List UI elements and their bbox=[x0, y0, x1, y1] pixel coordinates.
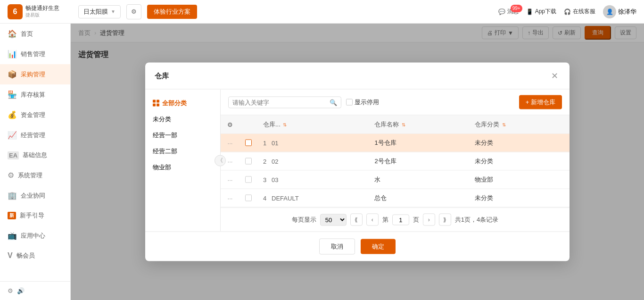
category-item-ops1[interactable]: 经营一部 bbox=[145, 127, 220, 143]
add-warehouse-button[interactable]: + 新增仓库 bbox=[519, 95, 562, 109]
message-item[interactable]: 💬 消息 99+ bbox=[498, 8, 519, 16]
confirm-button[interactable]: 确定 bbox=[361, 239, 396, 254]
category-collapse-button[interactable]: 《 bbox=[215, 155, 226, 166]
home-icon: 🏠 bbox=[8, 29, 17, 38]
page-suffix: 页 bbox=[413, 216, 419, 224]
sidebar-item-purchase[interactable]: 📦 采购管理 bbox=[0, 64, 70, 84]
row-checkbox[interactable] bbox=[245, 140, 252, 146]
search-icon[interactable]: 🔍 bbox=[330, 99, 337, 106]
online-service-label: 在线客服 bbox=[573, 8, 595, 16]
page-last-button[interactable]: ⟫ bbox=[439, 214, 451, 226]
sidebar-item-system[interactable]: ⚙ 系统管理 bbox=[0, 165, 70, 185]
sidebar-item-guide[interactable]: 新 新手引导 bbox=[0, 206, 70, 225]
cancel-button[interactable]: 取消 bbox=[319, 239, 355, 255]
app-name: 畅捷通好生意 bbox=[25, 5, 59, 12]
sidebar-item-finance[interactable]: 💰 资金管理 bbox=[0, 105, 70, 125]
three-dots-icon[interactable]: ··· bbox=[228, 176, 233, 183]
col-gear: ⚙ bbox=[221, 116, 239, 134]
sort-icon-name: ⇅ bbox=[402, 122, 405, 127]
online-service-item[interactable]: 🎧 在线客服 bbox=[564, 8, 595, 16]
sidebar-item-base[interactable]: EA 基础信息 bbox=[0, 145, 70, 165]
category-all-item[interactable]: 全部分类 bbox=[145, 95, 220, 111]
settings-bottom-icon[interactable]: ⚙ bbox=[8, 287, 13, 294]
message-badge: 99+ bbox=[511, 5, 522, 12]
sidebar-item-enterprise[interactable]: 🏢 企业协同 bbox=[0, 185, 70, 206]
table-row[interactable]: ··· 1 01 1号仓库 未分类 bbox=[221, 133, 570, 152]
col-code: 仓库... ⇅ bbox=[257, 116, 369, 134]
row-dots[interactable]: ··· bbox=[221, 189, 239, 207]
base-icon: EA bbox=[8, 151, 19, 159]
sidebar-label-enterprise: 企业协同 bbox=[21, 192, 45, 200]
page-next-button[interactable]: › bbox=[423, 214, 435, 226]
row-dots[interactable]: ··· bbox=[221, 170, 239, 189]
user-avatar-area[interactable]: 👤 徐泽华 bbox=[603, 5, 636, 18]
per-page-select[interactable]: 50 20 100 bbox=[320, 214, 347, 225]
sidebar-item-member[interactable]: V 畅会员 bbox=[0, 246, 70, 266]
show-disabled-checkbox[interactable] bbox=[346, 99, 353, 106]
row-warehouse-category: 未分类 bbox=[469, 189, 570, 207]
row-num: 3 03 bbox=[257, 170, 369, 189]
sidebar-item-inventory[interactable]: 🏪 库存核算 bbox=[0, 84, 70, 105]
logo-area: 6 畅捷通好生意 捷易版 bbox=[8, 4, 78, 19]
sidebar-label-inventory: 库存核算 bbox=[21, 91, 45, 99]
modal-body: 全部分类 未分类 经营一部 经营二部 物业部 《 bbox=[145, 90, 570, 232]
category-item-none[interactable]: 未分类 bbox=[145, 111, 220, 127]
category-item-ops2[interactable]: 经营二部 bbox=[145, 143, 220, 159]
speaker-icon[interactable]: 🔊 bbox=[17, 287, 25, 294]
sidebar-label-home: 首页 bbox=[21, 30, 33, 38]
row-dots[interactable]: ··· bbox=[221, 133, 239, 152]
store-name: 日太阳膜 bbox=[83, 8, 108, 16]
settings-icon[interactable]: ⚙ bbox=[126, 4, 141, 19]
row-num: 4 DEFAULT bbox=[257, 189, 369, 207]
col-category-label: 仓库分类 bbox=[475, 121, 499, 128]
page-first-button[interactable]: ⟪ bbox=[350, 214, 363, 226]
col-category: 仓库分类 ⇅ bbox=[469, 116, 570, 134]
sort-icon-category: ⇅ bbox=[502, 122, 506, 127]
category-label-ops1: 经营一部 bbox=[153, 131, 177, 140]
sidebar-item-sales[interactable]: 📊 销售管理 bbox=[0, 44, 70, 64]
sidebar-label-base: 基础信息 bbox=[23, 151, 47, 159]
sidebar-label-sales: 销售管理 bbox=[21, 50, 45, 58]
category-all-label: 全部分类 bbox=[162, 99, 187, 108]
row-checkbox[interactable] bbox=[245, 158, 252, 165]
operations-icon: 📈 bbox=[8, 131, 17, 140]
col-check bbox=[239, 116, 257, 134]
store-selector[interactable]: 日太阳膜 ▼ bbox=[78, 5, 121, 18]
three-dots-icon[interactable]: ··· bbox=[228, 194, 233, 201]
app-download-item[interactable]: 📱 App下载 bbox=[526, 8, 556, 16]
content-panel: 🔍 显示停用 + 新增仓库 ⚙ bbox=[221, 90, 570, 232]
three-dots-icon[interactable]: ··· bbox=[228, 139, 233, 146]
row-num: 1 01 bbox=[257, 133, 369, 152]
sales-icon: 📊 bbox=[8, 50, 17, 58]
sidebar-label-operations: 经营管理 bbox=[21, 131, 45, 140]
sidebar-item-home[interactable]: 🏠 首页 bbox=[0, 24, 70, 44]
row-checkbox-cell bbox=[239, 170, 257, 189]
grid-icon bbox=[153, 100, 159, 107]
sidebar-label-finance: 资金管理 bbox=[21, 111, 45, 119]
top-header: 6 畅捷通好生意 捷易版 日太阳膜 ▼ ⚙ 体验行业方案 💬 消息 99+ 📱 … bbox=[0, 0, 644, 24]
trial-button[interactable]: 体验行业方案 bbox=[147, 5, 197, 19]
sidebar-label-appcenter: 应用中心 bbox=[21, 232, 45, 240]
message-icon: 💬 bbox=[498, 8, 505, 15]
table-row[interactable]: ··· 4 DEFAULT 总仓 未分类 bbox=[221, 189, 570, 207]
row-checkbox[interactable] bbox=[245, 176, 252, 183]
page-prev-button[interactable]: ‹ bbox=[366, 214, 379, 226]
row-warehouse-name: 水 bbox=[369, 170, 469, 189]
system-icon: ⚙ bbox=[8, 171, 14, 180]
row-num: 2 02 bbox=[257, 152, 369, 170]
sidebar-item-appcenter[interactable]: 📺 应用中心 bbox=[0, 225, 70, 246]
row-checkbox[interactable] bbox=[245, 195, 252, 201]
sidebar-label-system: 系统管理 bbox=[18, 171, 42, 180]
three-dots-icon[interactable]: ··· bbox=[228, 158, 233, 165]
page-input[interactable] bbox=[392, 214, 409, 225]
modal-close-button[interactable]: ✕ bbox=[549, 70, 560, 82]
page-label: 第 bbox=[382, 216, 388, 224]
table-row[interactable]: ··· 3 03 水 物业部 bbox=[221, 170, 570, 189]
main-layout: 🏠 首页 📊 销售管理 📦 采购管理 🏪 库存核算 💰 资金管理 📈 经营管理 … bbox=[0, 24, 644, 300]
sidebar-item-operations[interactable]: 📈 经营管理 bbox=[0, 125, 70, 145]
table-row[interactable]: ··· 2 02 2号仓库 未分类 bbox=[221, 152, 570, 170]
category-label-none: 未分类 bbox=[153, 115, 171, 124]
search-input[interactable] bbox=[232, 99, 328, 106]
category-item-property[interactable]: 物业部 bbox=[145, 159, 220, 175]
page-content: 首页 › 进货管理 🖨 打印 ▼ ↑ 导出 ↺ 刷新 查询 设置 bbox=[71, 24, 644, 300]
